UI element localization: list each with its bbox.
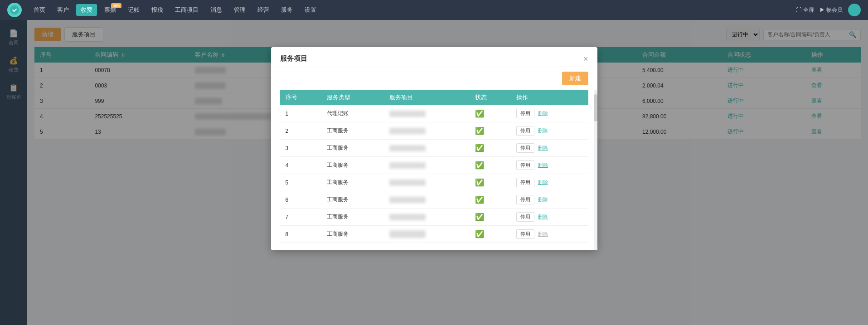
nav-item-operation[interactable]: 经营 — [253, 4, 274, 16]
stop-button[interactable]: 停用 — [516, 212, 534, 222]
modal-cell-action: 停用 删除 — [511, 191, 588, 209]
nav-item-fee[interactable]: 收费 — [76, 4, 97, 16]
modal-col-action: 操作 — [511, 90, 588, 105]
nav-item-message[interactable]: 消息 — [206, 4, 227, 16]
scrollbar-track — [594, 90, 597, 250]
modal-cell-item: ████ — [384, 209, 470, 226]
delete-button[interactable]: 删除 — [538, 110, 548, 117]
modal-cell-no: 4 — [280, 157, 321, 174]
top-navigation: 首页 客户 收费 票据 new 记账 报税 工商项目 消息 管理 经营 服务 设… — [0, 0, 868, 20]
modal-overlay[interactable]: 服务项目 × 新建 序号 服务类型 服务项目 状态 操作 1 代理记账 — [0, 20, 868, 325]
modal-col-item: 服务项目 — [384, 90, 470, 105]
modal-cell-type: 工商服务 — [321, 122, 384, 140]
modal-cell-type: 工商服务 — [321, 226, 384, 243]
modal-table-row: 7 工商服务 ████ ✅ 停用 删除 — [280, 209, 588, 226]
stop-button[interactable]: 停用 — [516, 109, 534, 118]
modal-cell-item: ████ — [384, 140, 470, 157]
modal-cell-status: ✅ — [470, 122, 511, 140]
delete-button[interactable]: 删除 — [538, 179, 548, 186]
modal-cell-status: ✅ — [470, 226, 511, 243]
modal-cell-action: 停用 删除 — [511, 105, 588, 122]
nav-item-settings[interactable]: 设置 — [300, 4, 321, 16]
modal-cell-item: ████1 — [384, 105, 470, 122]
delete-button[interactable]: 删除 — [538, 127, 548, 134]
stop-button[interactable]: 停用 — [516, 195, 534, 204]
nav-item-tax[interactable]: 报税 — [147, 4, 168, 16]
scrollbar-thumb[interactable] — [594, 94, 597, 121]
modal-col-status: 状态 — [470, 90, 511, 105]
modal-cell-no: 8 — [280, 226, 321, 243]
delete-button[interactable]: 删除 — [538, 145, 548, 151]
stop-button[interactable]: 停用 — [516, 126, 534, 136]
modal-table-body: 1 代理记账 ████1 ✅ 停用 删除 2 工商服务 ████ ✅ 停用 删除… — [280, 105, 588, 243]
modal-cell-status: ✅ — [470, 157, 511, 174]
delete-button[interactable]: 删除 — [538, 231, 548, 238]
svg-point-0 — [10, 5, 19, 15]
modal-cell-action: 停用 删除 — [511, 122, 588, 140]
nav-item-invoice[interactable]: 票据 new — [100, 4, 121, 16]
stop-button[interactable]: 停用 — [516, 178, 534, 187]
modal-cell-action: 停用 删除 — [511, 209, 588, 226]
modal-cell-item: ████ — [384, 157, 470, 174]
new-badge: new — [111, 3, 121, 8]
modal-cell-status: ✅ — [470, 209, 511, 226]
modal-cell-type: 工商服务 — [321, 140, 384, 157]
nav-right: ⛶ 全屏 ▶ 畅会员 — [796, 4, 861, 16]
modal-cell-type: 工商服务 — [321, 209, 384, 226]
modal-cell-action: 停用 删除 — [511, 140, 588, 157]
stop-button[interactable]: 停用 — [516, 229, 534, 239]
vip-btn[interactable]: ▶ 畅会员 — [820, 6, 843, 14]
modal-cell-no: 6 — [280, 191, 321, 209]
delete-button[interactable]: 删除 — [538, 213, 548, 220]
modal-cell-item: ████ — [384, 174, 470, 191]
service-items-table: 序号 服务类型 服务项目 状态 操作 1 代理记账 ████1 ✅ 停用 删除 … — [280, 90, 588, 243]
modal-cell-no: 7 — [280, 209, 321, 226]
stop-button[interactable]: 停用 — [516, 143, 534, 153]
nav-items: 首页 客户 收费 票据 new 记账 报税 工商项目 消息 管理 经营 服务 设… — [29, 4, 796, 16]
modal-cell-no: 2 — [280, 122, 321, 140]
modal-cell-action: 停用 删除 — [511, 174, 588, 191]
modal-cell-no: 5 — [280, 174, 321, 191]
modal-cell-type: 工商服务 — [321, 157, 384, 174]
delete-button[interactable]: 删除 — [538, 196, 548, 203]
modal-table-row: 5 工商服务 ████ ✅ 停用 删除 — [280, 174, 588, 191]
modal-cell-item: ████ — [384, 122, 470, 140]
modal-new-button[interactable]: 新建 — [562, 72, 588, 85]
modal-cell-action: 停用 删除 — [511, 157, 588, 174]
modal-cell-status: ✅ — [470, 140, 511, 157]
modal-cell-status: ✅ — [470, 105, 511, 122]
nav-item-service[interactable]: 服务 — [276, 4, 297, 16]
modal-table-row: 8 工商服务 ████注册 ✅ 停用 删除 — [280, 226, 588, 243]
avatar[interactable] — [848, 4, 861, 16]
modal-col-no: 序号 — [280, 90, 321, 105]
modal-cell-item: ██████ — [384, 191, 470, 209]
modal-cell-type: 代理记账 — [321, 105, 384, 122]
nav-item-bookkeeping[interactable]: 记账 — [123, 4, 144, 16]
modal-table-row: 6 工商服务 ██████ ✅ 停用 删除 — [280, 191, 588, 209]
modal-close-button[interactable]: × — [583, 55, 588, 63]
modal-title: 服务项目 — [280, 54, 307, 63]
modal-cell-no: 3 — [280, 140, 321, 157]
modal-col-type: 服务类型 — [321, 90, 384, 105]
nav-item-business[interactable]: 工商项目 — [170, 4, 203, 16]
modal-cell-action: 停用 删除 — [511, 226, 588, 243]
modal-table-row: 2 工商服务 ████ ✅ 停用 删除 — [280, 122, 588, 140]
modal-cell-type: 工商服务 — [321, 174, 384, 191]
modal-cell-type: 工商服务 — [321, 191, 384, 209]
modal-header: 服务项目 × — [271, 47, 597, 67]
modal-cell-status: ✅ — [470, 191, 511, 209]
modal-table-row: 4 工商服务 ████ ✅ 停用 删除 — [280, 157, 588, 174]
modal-table-row: 1 代理记账 ████1 ✅ 停用 删除 — [280, 105, 588, 122]
delete-button[interactable]: 删除 — [538, 162, 548, 169]
modal-cell-status: ✅ — [470, 174, 511, 191]
app-logo — [7, 3, 22, 17]
stop-button[interactable]: 停用 — [516, 160, 534, 170]
modal-table-header: 序号 服务类型 服务项目 状态 操作 — [280, 90, 588, 105]
modal-table-row: 3 工商服务 ████ ✅ 停用 删除 — [280, 140, 588, 157]
nav-item-manage[interactable]: 管理 — [229, 4, 250, 16]
nav-item-customer[interactable]: 客户 — [53, 4, 73, 16]
nav-item-home[interactable]: 首页 — [29, 4, 50, 16]
fullscreen-btn[interactable]: ⛶ 全屏 — [796, 6, 814, 14]
modal-cell-item: ████注册 — [384, 226, 470, 243]
service-modal: 服务项目 × 新建 序号 服务类型 服务项目 状态 操作 1 代理记账 — [271, 47, 597, 250]
